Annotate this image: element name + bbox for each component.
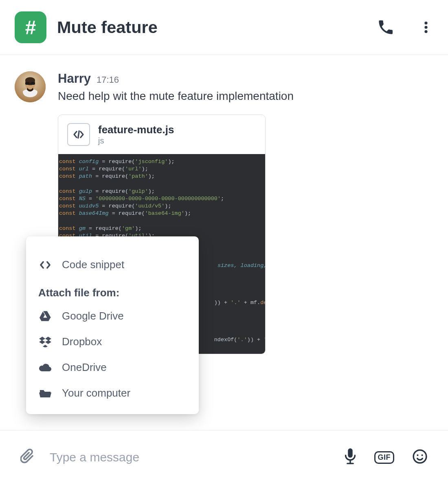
more-options-button[interactable] <box>419 19 433 36</box>
call-button[interactable] <box>377 19 394 36</box>
menu-dropbox-label: Dropbox <box>62 335 102 348</box>
attachment-filename: feature-mute.js <box>98 124 174 136</box>
attachment-language: js <box>98 136 174 146</box>
svg-point-13 <box>417 454 418 456</box>
menu-google-drive[interactable]: Google Drive <box>26 303 199 329</box>
composer-bar: GIF <box>0 430 448 466</box>
smile-icon <box>412 449 428 464</box>
svg-rect-7 <box>29 83 31 84</box>
menu-onedrive[interactable]: OneDrive <box>26 355 199 380</box>
gif-label: GIF <box>378 453 391 461</box>
svg-line-8 <box>78 131 79 138</box>
menu-code-snippet[interactable]: Code snippet <box>26 252 199 278</box>
phone-icon <box>377 19 394 36</box>
menu-your-computer[interactable]: Your computer <box>26 380 199 406</box>
onedrive-icon <box>38 363 52 372</box>
svg-rect-5 <box>25 82 29 85</box>
google-drive-icon <box>38 311 52 322</box>
code-file-icon <box>67 123 90 146</box>
menu-your-computer-label: Your computer <box>62 387 130 399</box>
folder-icon <box>38 388 52 398</box>
channel-title: Mute feature <box>57 18 367 37</box>
menu-section-label: Attach file from: <box>26 278 199 303</box>
dropbox-icon <box>38 337 52 347</box>
avatar[interactable] <box>15 71 46 102</box>
microphone-icon <box>344 448 356 465</box>
menu-dropbox[interactable]: Dropbox <box>26 329 199 355</box>
svg-point-12 <box>413 450 426 463</box>
message-timestamp: 17:16 <box>97 75 119 85</box>
gif-button[interactable]: GIF <box>374 451 395 464</box>
code-snippet-icon <box>38 260 52 269</box>
channel-header: # Mute feature <box>0 0 448 55</box>
attach-button[interactable] <box>20 448 35 466</box>
svg-point-1 <box>424 26 427 29</box>
menu-code-snippet-label: Code snippet <box>62 258 124 271</box>
svg-point-0 <box>424 22 427 24</box>
voice-button[interactable] <box>344 448 356 466</box>
paperclip-icon <box>20 448 35 465</box>
message-text: Need help wit the mute feature implement… <box>58 88 433 104</box>
kebab-icon <box>419 19 433 36</box>
svg-point-14 <box>421 454 423 456</box>
message-input[interactable] <box>50 450 329 464</box>
menu-google-drive-label: Google Drive <box>62 310 124 322</box>
channel-symbol: # <box>25 16 36 39</box>
svg-rect-6 <box>31 82 35 85</box>
channel-hash-icon: # <box>15 11 46 43</box>
header-actions <box>377 19 433 36</box>
emoji-button[interactable] <box>412 449 428 466</box>
attach-menu-popup: Code snippet Attach file from: Google Dr… <box>26 236 199 414</box>
menu-onedrive-label: OneDrive <box>62 361 107 374</box>
svg-point-2 <box>424 30 427 33</box>
svg-rect-9 <box>348 448 352 458</box>
message-author[interactable]: Harry <box>58 71 91 86</box>
